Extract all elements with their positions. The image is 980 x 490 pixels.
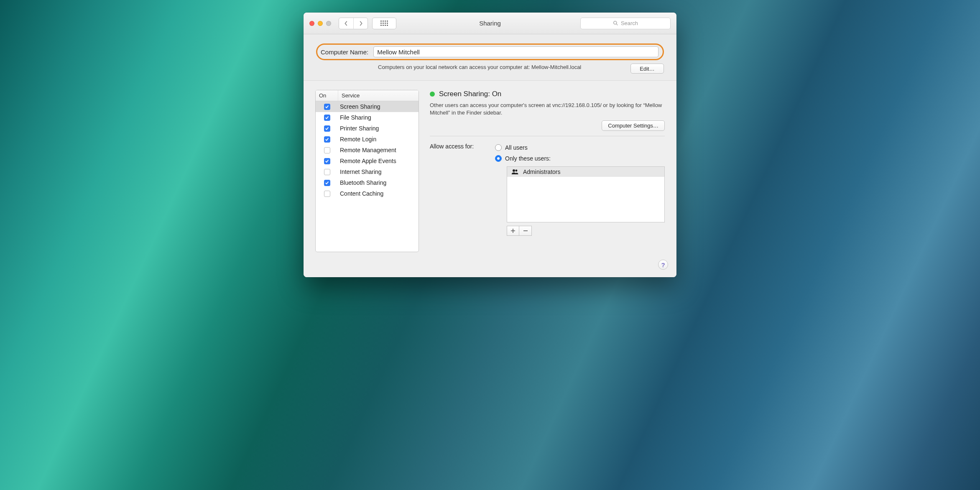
svg-point-3: [516, 170, 518, 172]
service-checkbox[interactable]: [324, 180, 330, 186]
minus-icon: [523, 228, 528, 233]
check-icon: [325, 126, 329, 130]
computer-settings-button[interactable]: Computer Settings…: [602, 120, 665, 131]
service-checkbox[interactable]: [324, 136, 330, 143]
service-row[interactable]: Internet Sharing: [316, 166, 419, 177]
service-checkbox[interactable]: [324, 147, 330, 153]
users-icon: [511, 169, 519, 175]
svg-point-2: [513, 169, 515, 172]
divider: [430, 136, 665, 136]
edit-button[interactable]: Edit…: [630, 64, 664, 74]
services-body: Screen SharingFile SharingPrinter Sharin…: [316, 101, 419, 252]
services-header-on: On: [316, 90, 338, 101]
show-all-button[interactable]: [372, 18, 396, 29]
close-button[interactable]: [309, 21, 314, 26]
check-icon: [325, 181, 329, 185]
access-options: All users Only these users:: [495, 142, 665, 236]
service-row[interactable]: Printer Sharing: [316, 123, 419, 134]
computer-name-input[interactable]: [373, 46, 658, 57]
chevron-right-icon: [359, 21, 363, 26]
service-name: Content Caching: [338, 190, 419, 197]
check-icon: [325, 115, 329, 120]
service-row[interactable]: Screen Sharing: [316, 101, 419, 112]
traffic-lights: [309, 21, 331, 26]
help-button[interactable]: ?: [658, 260, 668, 270]
grid-icon: [380, 20, 388, 26]
nav-segment: [339, 18, 368, 29]
add-user-button[interactable]: [507, 226, 519, 236]
access-label: Allow access for:: [430, 142, 491, 150]
radio-all-users[interactable]: All users: [495, 142, 665, 153]
service-row[interactable]: Remote Login: [316, 134, 419, 145]
computer-name-label: Computer Name:: [321, 48, 368, 56]
service-row[interactable]: Bluetooth Sharing: [316, 177, 419, 188]
service-checkbox[interactable]: [324, 169, 330, 175]
check-icon: [325, 137, 329, 141]
service-name: Bluetooth Sharing: [338, 179, 419, 186]
detail-title: Screen Sharing: On: [439, 90, 501, 98]
detail-pane: Screen Sharing: On Other users can acces…: [430, 90, 665, 252]
status-dot-icon: [430, 92, 435, 97]
radio-only-users-label: Only these users:: [505, 155, 551, 162]
service-checkbox[interactable]: [324, 115, 330, 121]
service-checkbox[interactable]: [324, 158, 330, 164]
back-button[interactable]: [339, 18, 353, 29]
search-field-wrap[interactable]: Search: [580, 18, 671, 29]
maximize-button[interactable]: [326, 21, 331, 26]
radio-all-users-icon: [495, 144, 502, 151]
user-list[interactable]: Administrators: [507, 166, 665, 222]
user-list-row[interactable]: Administrators: [507, 167, 664, 177]
service-name: Printer Sharing: [338, 125, 419, 132]
service-checkbox[interactable]: [324, 104, 330, 110]
service-name: File Sharing: [338, 114, 419, 121]
services-header-service: Service: [338, 90, 419, 101]
help-icon: ?: [661, 261, 665, 268]
sharing-window: Sharing Search Computer Name: Computers …: [304, 13, 676, 277]
minimize-button[interactable]: [318, 21, 323, 26]
services-table: On Service Screen SharingFile SharingPri…: [315, 90, 419, 252]
check-icon: [325, 105, 329, 109]
computer-name-highlight: Computer Name:: [316, 43, 664, 60]
service-checkbox[interactable]: [324, 191, 330, 197]
services-header: On Service: [316, 90, 419, 101]
computer-name-hint: Computers on your local network can acce…: [378, 64, 622, 74]
radio-all-users-label: All users: [505, 144, 528, 151]
service-name: Internet Sharing: [338, 168, 419, 175]
service-row[interactable]: Content Caching: [316, 188, 419, 199]
detail-title-row: Screen Sharing: On: [430, 90, 665, 98]
footer: ?: [304, 255, 676, 277]
plus-minus-segment: [507, 226, 665, 236]
detail-description: Other users can access your computer's s…: [430, 102, 665, 116]
service-row[interactable]: File Sharing: [316, 112, 419, 123]
check-icon: [325, 159, 329, 163]
service-row[interactable]: Remote Management: [316, 145, 419, 156]
service-name: Remote Login: [338, 136, 419, 143]
user-list-name: Administrators: [523, 168, 560, 175]
service-name: Remote Management: [338, 147, 419, 153]
service-checkbox[interactable]: [324, 125, 330, 132]
access-row: Allow access for: All users Only these u…: [430, 142, 665, 236]
service-name: Screen Sharing: [338, 103, 419, 110]
radio-only-users[interactable]: Only these users:: [495, 153, 665, 164]
radio-only-users-icon: [495, 155, 502, 162]
service-name: Remote Apple Events: [338, 158, 419, 164]
service-row[interactable]: Remote Apple Events: [316, 156, 419, 166]
chevron-left-icon: [344, 21, 348, 26]
plus-icon: [510, 228, 516, 233]
forward-button[interactable]: [353, 18, 368, 29]
titlebar: Sharing Search: [304, 13, 676, 34]
remove-user-button[interactable]: [519, 226, 532, 236]
lower-pane: On Service Screen SharingFile SharingPri…: [304, 81, 676, 255]
upper-pane: Computer Name: Computers on your local n…: [304, 34, 676, 81]
